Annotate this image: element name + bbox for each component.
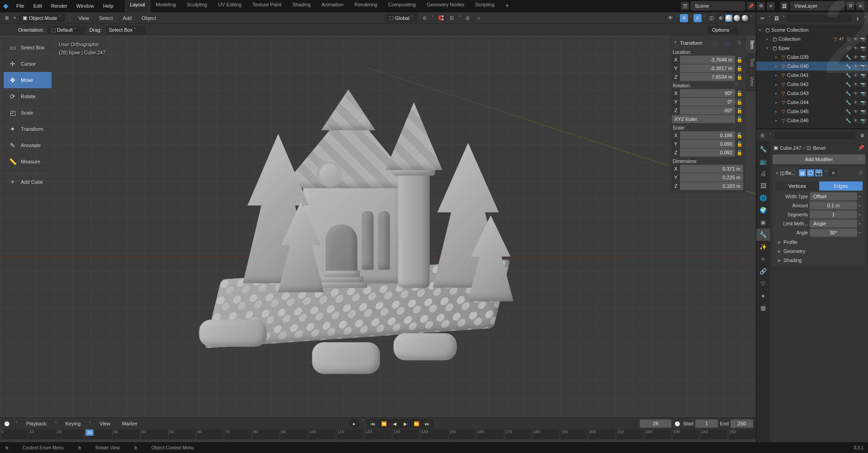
visibility-icon[interactable]: 👁	[853, 37, 859, 42]
tl-menu-playback[interactable]: Playback	[23, 419, 50, 428]
menu-file[interactable]: File	[12, 0, 29, 11]
loc-z-field[interactable]: 7.6534 m	[680, 73, 735, 81]
jump-next-key-icon[interactable]: ⏩	[411, 419, 422, 428]
orientation-dropdown[interactable]: ⬚ Default ˅	[47, 26, 86, 34]
mod-edit-mode-icon[interactable]: ▤	[798, 169, 807, 177]
menu-render[interactable]: Render	[47, 0, 72, 11]
editor-type-icon[interactable]: ⊞	[3, 14, 11, 22]
proptab-data-icon[interactable]: ▽	[756, 277, 770, 290]
tool-scale[interactable]: ◰Scale	[4, 105, 52, 121]
disable-render-icon[interactable]: 📷	[860, 55, 866, 60]
copy-viewlayer-icon[interactable]: ⧉	[846, 2, 854, 10]
scale-x-field[interactable]: 0.186	[680, 131, 735, 139]
anim-dot-icon[interactable]: •	[859, 203, 863, 208]
tree-object-row[interactable]: ▸▽Cube.044🔧👁📷	[756, 98, 868, 107]
lock-icon[interactable]: 🔓	[736, 133, 743, 138]
mod-realtime-icon[interactable]: 🖵	[807, 169, 815, 177]
tab-texture-paint[interactable]: Texture Paint	[247, 0, 287, 13]
current-frame-marker[interactable]: 28	[85, 429, 94, 436]
disable-render-icon[interactable]: 📷	[860, 100, 866, 105]
rot-y-field[interactable]: 0°	[680, 98, 735, 106]
proptab-world-icon[interactable]: 🌍	[756, 204, 770, 216]
anim-dot-icon[interactable]: •	[859, 212, 863, 217]
subpanel-profile[interactable]: ▶Profile	[775, 238, 863, 247]
proptab-render-icon[interactable]: 📺	[756, 155, 770, 167]
menu-help[interactable]: Help	[99, 0, 118, 11]
angle-field[interactable]: 30°	[810, 229, 857, 237]
tool-cursor[interactable]: ✛Cursor	[4, 56, 52, 72]
options-dropdown[interactable]: Options ˅	[708, 26, 738, 34]
disable-render-icon[interactable]: 📷	[860, 118, 866, 123]
pin-icon[interactable]: 📌	[747, 2, 755, 10]
pivot-dropdown-icon[interactable]: ⊙	[420, 14, 429, 22]
visibility-icon[interactable]: 👁	[853, 100, 859, 105]
crumb-object[interactable]: Cube.247	[780, 145, 802, 151]
tab-scripting[interactable]: Scripting	[470, 0, 500, 13]
loc-x-field[interactable]: -3.7646 m	[680, 56, 735, 64]
properties-editor-type-icon[interactable]: ☰	[758, 131, 766, 139]
scene-browse-icon[interactable]: 🎬	[681, 2, 689, 10]
scale-z-field[interactable]: 0.092	[680, 148, 735, 157]
disable-render-icon[interactable]: 📷	[860, 82, 866, 87]
tree-object-row[interactable]: ▸▽Cube.039🔧👁📷	[756, 52, 868, 62]
visibility-icon[interactable]: 👁	[853, 82, 859, 87]
jump-end-icon[interactable]: ⏭	[422, 419, 433, 428]
anim-dot-icon[interactable]: •	[859, 194, 863, 199]
amount-field[interactable]: 0.1 m	[810, 201, 857, 210]
tab-geometry-nodes[interactable]: Geometry Nodes	[421, 0, 470, 13]
lock-icon[interactable]: 🔓	[736, 74, 743, 80]
lock-icon[interactable]: 🔓	[736, 66, 743, 72]
copy-scene-icon[interactable]: ⧉	[757, 2, 765, 10]
lock-icon[interactable]: 🔓	[736, 99, 743, 105]
timeline-ruler[interactable]: 0102028304050607080901001101201301401501…	[0, 429, 756, 439]
outliner-search-input[interactable]	[787, 14, 852, 23]
preview-range-icon[interactable]: 🕐	[673, 420, 681, 428]
delete-scene-icon[interactable]: ✕	[767, 2, 775, 10]
exclude-checkbox[interactable]: ☑	[845, 37, 852, 42]
display-mode-icon[interactable]: 🖼	[773, 14, 781, 23]
tab-rendering[interactable]: Rendering	[349, 0, 383, 13]
disable-render-icon[interactable]: 📷	[860, 64, 866, 69]
vp-menu-object[interactable]: Object	[138, 14, 160, 23]
anim-dot-icon[interactable]: •	[859, 221, 863, 226]
proptab-viewlayer-icon[interactable]: 🖼	[756, 180, 770, 192]
tl-menu-marker[interactable]: Marker	[118, 419, 141, 428]
proptab-modifiers-icon[interactable]: 🔧	[756, 229, 770, 241]
menu-edit[interactable]: Edit	[29, 0, 47, 11]
panel-collapse-icon[interactable]: ▼	[674, 40, 677, 46]
toggle-edges[interactable]: Edges	[819, 181, 863, 191]
proptab-texture-icon[interactable]: ▦	[756, 302, 770, 314]
proptab-scene-icon[interactable]: 🌐	[756, 192, 770, 204]
snap-type-icon[interactable]: ⊡	[448, 14, 456, 22]
tool-rotate[interactable]: ⟳Rotate	[4, 88, 52, 105]
current-frame-field[interactable]: 28	[640, 420, 671, 428]
visibility-icon[interactable]: 👁	[853, 118, 859, 123]
lock-icon[interactable]: 🔓	[736, 141, 743, 147]
properties-search-input[interactable]	[774, 131, 855, 139]
proptab-particles-icon[interactable]: ✨	[756, 241, 770, 253]
orientation-global-dropdown[interactable]: ⬚Global˅	[385, 14, 418, 22]
gizmo-toggle-icon[interactable]: ✥	[680, 14, 688, 22]
play-icon[interactable]: ▶	[400, 419, 411, 428]
disable-render-icon[interactable]: 📷	[860, 109, 866, 114]
subpanel-shading[interactable]: ▶Shading	[775, 256, 863, 265]
anim-dot-icon[interactable]: •	[859, 230, 863, 235]
disable-render-icon[interactable]: 📷	[860, 46, 866, 51]
vp-menu-view[interactable]: View	[75, 14, 93, 23]
scene-name-field[interactable]: Scene	[691, 1, 745, 10]
tool-transform[interactable]: ✦Transform	[4, 121, 52, 137]
timeline-editor-type-icon[interactable]: 🕐	[3, 420, 11, 428]
delete-modifier-icon[interactable]: ✕	[829, 169, 837, 177]
proportional-type-icon[interactable]: ∩	[475, 14, 483, 22]
tab-uv-editing[interactable]: UV Editing	[212, 0, 247, 13]
n-tab-tool[interactable]: Tool	[746, 54, 756, 72]
add-modifier-button[interactable]: Add Modifier ˅	[773, 154, 865, 164]
tab-animation[interactable]: Animation	[316, 0, 349, 13]
scale-y-field[interactable]: 0.090	[680, 140, 735, 148]
tree-object-row[interactable]: ▸▽Cube.045🔧👁📷	[756, 107, 868, 116]
tool-add-cube[interactable]: ＋Add Cube	[4, 174, 52, 190]
mode-dropdown[interactable]: ▣ Object Mode ˅	[19, 14, 65, 22]
options-icon[interactable]: ⚙	[858, 131, 866, 139]
tree-object-row[interactable]: ▸▽Cube.046🔧👁📷	[756, 116, 868, 125]
proptab-physics-icon[interactable]: ⚛	[756, 253, 770, 265]
